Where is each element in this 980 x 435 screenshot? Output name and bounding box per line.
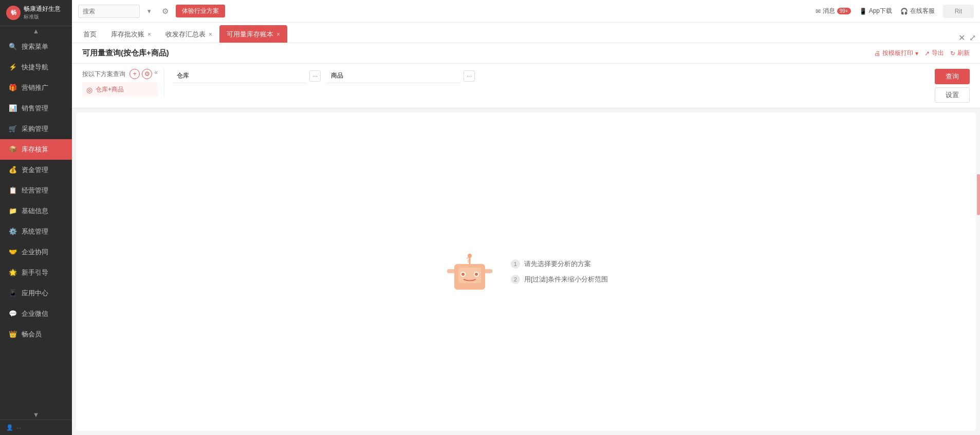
- sidebar-scroll-down[interactable]: ▼: [0, 409, 72, 420]
- topbar-right: ✉ 消息 99+ 📱 App下载 🎧 在线客服 Rit: [816, 5, 974, 18]
- sidebar-item-icon-purchase: 🛒: [8, 124, 17, 134]
- empty-robot-image: ?: [444, 246, 495, 297]
- column-settings-button[interactable]: 设置: [935, 87, 970, 103]
- print-template-label: 按模板打印: [882, 49, 913, 58]
- refresh-button[interactable]: ↻ 刷新: [950, 49, 970, 58]
- tab-receive-summary-close[interactable]: ×: [209, 31, 212, 38]
- main-area: ▾ ⚙ 体验行业方案 ✉ 消息 99+ 📱 App下载 🎧 在线客服 Rit: [72, 0, 980, 435]
- warehouse-more-button[interactable]: ···: [309, 70, 321, 82]
- scheme-item-warehouse-goods[interactable]: ◎ 仓库+商品: [82, 82, 158, 97]
- sidebar-item-icon-basic: 📁: [8, 206, 17, 216]
- scheme-settings-button[interactable]: ⚙: [142, 69, 152, 79]
- empty-hints: 1 请先选择要分析的方案 2 用[过滤]条件来缩小分析范围: [511, 259, 608, 284]
- messages-badge: 99+: [837, 8, 851, 14]
- content: 可用量查询(按仓库+商品) 🖨 按模板打印 ▾ ↗ 导出 ↻ 刷新: [72, 43, 980, 435]
- topbar: ▾ ⚙ 体验行业方案 ✉ 消息 99+ 📱 App下载 🎧 在线客服 Rit: [72, 0, 980, 23]
- sidebar-item-label-shortcuts: 快捷导航: [22, 63, 48, 72]
- sidebar-item-icon-enterprise: 🤝: [8, 248, 17, 257]
- scheme-label: 按以下方案查询: [82, 70, 125, 79]
- sidebar-logo: 畅 畅康通好生意 标准版: [0, 0, 72, 26]
- refresh-icon: ↻: [950, 50, 955, 57]
- print-dropdown-icon[interactable]: ▾: [915, 50, 918, 57]
- empty-illustration: ? 1 请先选择要分析的方案 2 用[过滤]条件来缩小分析范围: [444, 246, 608, 297]
- scheme-actions: + ⚙ «: [130, 69, 158, 79]
- sidebar-item-label-search: 搜索菜单: [22, 42, 48, 51]
- goods-more-button[interactable]: ···: [464, 70, 475, 82]
- hint-text-2: 用[过滤]条件来缩小分析范围: [524, 275, 608, 284]
- sidebar-scroll-up[interactable]: ▲: [0, 26, 72, 36]
- customer-service-label: 在线客服: [910, 7, 935, 15]
- tabs-bar: 首页 库存批次账 × 收发存汇总表 × 可用量库存账本 × ✕ ⤢: [72, 23, 980, 43]
- avatar-text: Rit: [955, 8, 963, 15]
- sidebar-item-newbie[interactable]: 🌟新手引导: [0, 262, 72, 283]
- logo-name: 畅康通好生意: [24, 5, 61, 13]
- tab-home[interactable]: 首页: [76, 25, 104, 43]
- sidebar-item-icon-inventory: 📦: [8, 145, 17, 154]
- sidebar-item-icon-sales: 📊: [8, 104, 17, 113]
- search-input[interactable]: [78, 5, 140, 18]
- sidebar-nav: 🔍搜索菜单⚡快捷导航🎁营销推广📊销售管理🛒采购管理📦库存核算💰资金管理📋经营管理…: [0, 36, 72, 409]
- sidebar-item-inventory[interactable]: 📦库存核算: [0, 139, 72, 160]
- sidebar-item-label-operations: 经营管理: [22, 186, 48, 195]
- hint-text-1: 请先选择要分析的方案: [524, 259, 591, 269]
- sidebar-item-basic[interactable]: 📁基础信息: [0, 201, 72, 221]
- sidebar-footer[interactable]: 👤 ···: [0, 420, 72, 435]
- sidebar-item-member[interactable]: 👑畅会员: [0, 324, 72, 345]
- svg-point-4: [461, 273, 465, 276]
- sidebar-item-icon-marketing: 🎁: [8, 83, 17, 92]
- trial-button[interactable]: 体验行业方案: [176, 5, 225, 17]
- sidebar-item-label-enterprise: 企业协同: [22, 248, 48, 257]
- scheme-collapse-button[interactable]: «: [154, 69, 158, 79]
- query-button[interactable]: 查询: [935, 69, 970, 84]
- tab-available-stock-close[interactable]: ×: [276, 31, 280, 38]
- print-template-button[interactable]: 🖨 按模板打印 ▾: [874, 49, 918, 58]
- sidebar-item-appcenter[interactable]: 📱应用中心: [0, 283, 72, 304]
- svg-point-5: [475, 273, 478, 276]
- sidebar-item-enterprise[interactable]: 🤝企业协同: [0, 242, 72, 262]
- sidebar-item-icon-appcenter: 📱: [8, 289, 17, 298]
- sidebar-item-label-finance: 资金管理: [22, 165, 48, 175]
- message-icon: ✉: [816, 8, 821, 15]
- sidebar-item-marketing[interactable]: 🎁营销推广: [0, 78, 72, 98]
- app-icon: 📱: [859, 8, 867, 15]
- app-download-button[interactable]: 📱 App下载: [859, 7, 892, 15]
- sidebar-item-sales[interactable]: 📊销售管理: [0, 98, 72, 119]
- sidebar-item-shortcuts[interactable]: ⚡快捷导航: [0, 57, 72, 78]
- footer-avatar-icon: 👤: [6, 424, 13, 431]
- filter-goods-field: 商品 ···: [327, 69, 475, 83]
- tab-home-label: 首页: [83, 30, 97, 39]
- user-avatar[interactable]: Rit: [943, 5, 974, 18]
- scheme-add-button[interactable]: +: [130, 69, 140, 79]
- dropdown-icon[interactable]: ▾: [144, 6, 154, 16]
- messages-button[interactable]: ✉ 消息 99+: [816, 7, 851, 15]
- hint-num-1: 1: [511, 259, 520, 269]
- right-scrollbar[interactable]: [977, 174, 980, 215]
- filter-scheme-header: 按以下方案查询 + ⚙ «: [82, 69, 158, 79]
- scheme-item-icon: ◎: [86, 86, 93, 94]
- goods-input[interactable]: 商品: [327, 69, 460, 83]
- sidebar-item-label-inventory: 库存核算: [22, 145, 48, 154]
- sidebar-item-operations[interactable]: 📋经营管理: [0, 180, 72, 201]
- sidebar-item-search[interactable]: 🔍搜索菜单: [0, 36, 72, 57]
- sidebar-item-system[interactable]: ⚙️系统管理: [0, 221, 72, 242]
- warehouse-input[interactable]: 仓库: [173, 69, 306, 83]
- tab-batch-account[interactable]: 库存批次账 ×: [104, 25, 158, 43]
- tab-receive-summary[interactable]: 收发存汇总表 ×: [158, 25, 219, 43]
- settings-icon[interactable]: ⚙: [158, 5, 172, 18]
- print-icon: 🖨: [874, 50, 880, 57]
- tab-batch-account-close[interactable]: ×: [147, 31, 151, 38]
- sidebar-item-icon-finance: 💰: [8, 165, 17, 175]
- logo-sub: 标准版: [24, 13, 61, 21]
- sidebar-item-finance[interactable]: 💰资金管理: [0, 160, 72, 180]
- tab-available-stock[interactable]: 可用量库存账本 ×: [219, 25, 287, 43]
- sidebar-item-wechat[interactable]: 💬企业微信: [0, 304, 72, 324]
- empty-hint-1: 1 请先选择要分析的方案: [511, 259, 608, 269]
- export-button[interactable]: ↗ 导出: [924, 49, 944, 58]
- sidebar-item-icon-operations: 📋: [8, 186, 17, 195]
- content-body: ? 1 请先选择要分析的方案 2 用[过滤]条件来缩小分析范围: [76, 112, 976, 431]
- customer-service-button[interactable]: 🎧 在线客服: [900, 7, 935, 15]
- empty-hint-2: 2 用[过滤]条件来缩小分析范围: [511, 275, 608, 284]
- expand-icon[interactable]: ⤢: [969, 33, 976, 43]
- close-all-icon[interactable]: ✕: [958, 33, 965, 43]
- sidebar-item-purchase[interactable]: 🛒采购管理: [0, 119, 72, 139]
